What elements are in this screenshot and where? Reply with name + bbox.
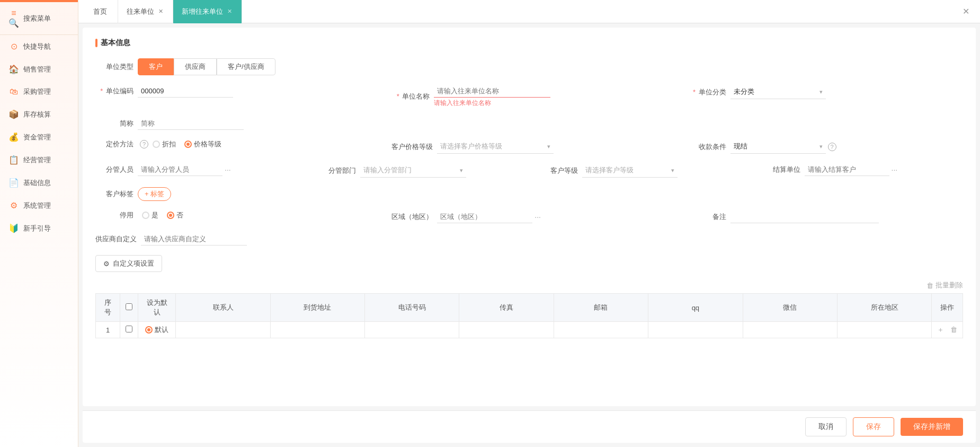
pricing-discount-radio [153, 141, 160, 148]
row-fax-input[interactable] [465, 326, 548, 334]
unit-type-row: 单位类型 客户 供应商 客户/供应商 [95, 58, 963, 75]
guide-icon: 🔰 [8, 223, 19, 233]
row-email-cell[interactable] [554, 322, 648, 338]
row-region-cell[interactable] [837, 322, 931, 338]
row-fax-cell[interactable] [459, 322, 554, 338]
category-required: * [693, 88, 696, 96]
row-checkbox-cell [120, 322, 138, 338]
tab-add-partner-close[interactable]: ✕ [226, 8, 233, 15]
row-add-btn[interactable]: ＋ [937, 326, 944, 334]
custom-settings-button[interactable]: ⚙ 自定义项设置 [95, 255, 162, 272]
row-address-cell[interactable] [270, 322, 364, 338]
unit-type-customer-btn[interactable]: 客户 [138, 58, 174, 75]
payment-help-icon[interactable]: ? [828, 143, 836, 151]
payment-terms-label: 收款条件 [688, 142, 730, 152]
row-email-input[interactable] [559, 326, 643, 334]
row-phone-cell[interactable] [365, 322, 459, 338]
disabled-no-option[interactable]: 否 [167, 211, 183, 220]
customer-tags-field: 客户标签 + 标签 [95, 187, 963, 201]
disabled-yes-option[interactable]: 是 [142, 211, 158, 220]
sidebar-item-sales-label: 销售管理 [23, 65, 51, 74]
bag-icon: 🛍 [8, 87, 19, 97]
sidebar-item-system[interactable]: ⚙ 系统管理 [0, 194, 78, 217]
row-contact-input[interactable] [181, 326, 264, 334]
row-checkbox[interactable] [126, 326, 132, 332]
customer-level-select[interactable]: 请选择客户等级 ▾ [582, 163, 678, 178]
region-input[interactable] [437, 211, 532, 223]
supplier-custom-input[interactable] [141, 233, 247, 246]
row-delete-btn[interactable]: 🗑 [950, 326, 957, 334]
pricing-help-icon[interactable]: ? [140, 140, 148, 148]
payment-terms-select[interactable]: 现结 ▾ [730, 139, 826, 154]
row-qq-input[interactable] [654, 326, 737, 334]
pricing-discount-option[interactable]: 折扣 [153, 139, 176, 149]
sidebar-item-sales[interactable]: 🏠 销售管理 [0, 58, 78, 81]
section-marker [95, 39, 97, 47]
unit-category-field: * 单位分类 未分类 ▾ [688, 85, 963, 99]
sidebar-item-basic-info[interactable]: 📄 基础信息 [0, 171, 78, 194]
cancel-button[interactable]: 取消 [805, 417, 847, 436]
row-default-radio-item[interactable]: 默认 [144, 325, 170, 335]
tab-partner-list[interactable]: 往来单位 ✕ [118, 0, 173, 23]
unit-type-both-btn[interactable]: 客户/供应商 [217, 58, 275, 75]
region-more-btn[interactable]: ··· [532, 213, 543, 221]
unit-code-label: * 单位编码 [95, 86, 138, 96]
sidebar-item-purchase[interactable]: 🛍 采购管理 [0, 81, 78, 103]
unit-category-select[interactable]: 未分类 ▾ [730, 85, 826, 99]
payment-terms-field: 收款条件 现结 ▾ ? [688, 139, 963, 154]
add-tag-button[interactable]: + 标签 [138, 187, 171, 201]
disabled-field: 停用 是 否 [95, 211, 370, 220]
manager-input[interactable] [138, 163, 222, 176]
row-phone-input[interactable] [370, 326, 453, 334]
money-icon: 💰 [8, 132, 19, 142]
sidebar-item-system-label: 系统管理 [23, 201, 51, 211]
customer-price-level-select[interactable]: 请选择客户价格等级 ▾ [437, 139, 554, 154]
col-email: 邮箱 [554, 294, 648, 322]
sidebar-item-guide[interactable]: 🔰 新手引导 [0, 217, 78, 240]
unit-name-input[interactable] [434, 85, 550, 98]
unit-category-value: 未分类 [734, 87, 754, 97]
row-contact-cell[interactable] [176, 322, 270, 338]
payment-terms-value: 现结 [734, 142, 747, 151]
row-wechat-cell[interactable] [743, 322, 837, 338]
sidebar-item-finance[interactable]: 💰 资金管理 [0, 126, 78, 148]
tab-partner-list-close[interactable]: ✕ [157, 8, 164, 15]
sidebar-item-search[interactable]: ≡🔍 搜索菜单 [0, 2, 78, 35]
sidebar-item-inventory[interactable]: 📦 库存核算 [0, 103, 78, 126]
add-tag-label: + 标签 [145, 189, 164, 199]
unit-type-supplier-btn[interactable]: 供应商 [174, 58, 217, 75]
pricing-level-option[interactable]: 价格等级 [184, 139, 221, 149]
tab-add-partner[interactable]: 新增往来单位 ✕ [173, 0, 242, 23]
select-all-checkbox[interactable] [126, 303, 132, 310]
sidebar-item-quick-nav[interactable]: ⊙ 快捷导航 [0, 35, 78, 58]
sidebar-item-guide-label: 新手引导 [23, 224, 51, 233]
manager-more-btn[interactable]: ··· [222, 165, 233, 174]
remark-input[interactable] [730, 211, 879, 223]
sidebar-item-operations[interactable]: 📋 经营管理 [0, 148, 78, 171]
form-content: 基本信息 单位类型 客户 供应商 客户/供应商 * 单位编码 [83, 28, 976, 406]
batch-delete-label[interactable]: 批量删除 [936, 281, 963, 290]
table-row: 1 默认 [96, 322, 963, 338]
category-dropdown-arrow: ▾ [819, 89, 823, 95]
settlement-unit-input[interactable] [805, 163, 889, 176]
unit-code-input[interactable] [138, 85, 233, 98]
tabbar-close-button[interactable]: ✕ [956, 6, 976, 16]
short-name-input[interactable] [138, 117, 244, 130]
settlement-more-btn[interactable]: ··· [889, 165, 900, 174]
row-wechat-input[interactable] [749, 326, 832, 334]
save-button[interactable]: 保存 [853, 417, 894, 436]
row-qq-cell[interactable] [648, 322, 743, 338]
department-select[interactable]: 请输入分管部门 ▾ [360, 163, 466, 178]
search-icon: ≡🔍 [8, 8, 19, 28]
row-address-input[interactable] [276, 326, 359, 334]
tab-home[interactable]: 首页 [83, 0, 118, 23]
department-placeholder: 请输入分管部门 [363, 165, 412, 175]
pricing-method-label: 定价方法 [95, 139, 138, 149]
row-region-input[interactable] [843, 326, 926, 334]
manager-row: 分管人员 ··· 分管部门 请输入分管部门 ▾ 客户等级 请选择客户等级 ▾ [95, 163, 963, 178]
save-new-button[interactable]: 保存并新增 [901, 418, 963, 436]
settings-gear-icon: ⚙ [103, 260, 110, 268]
row-default-label: 默认 [155, 325, 168, 335]
settlement-unit-label: 结算单位 [762, 165, 805, 174]
manager-label: 分管人员 [95, 165, 138, 174]
